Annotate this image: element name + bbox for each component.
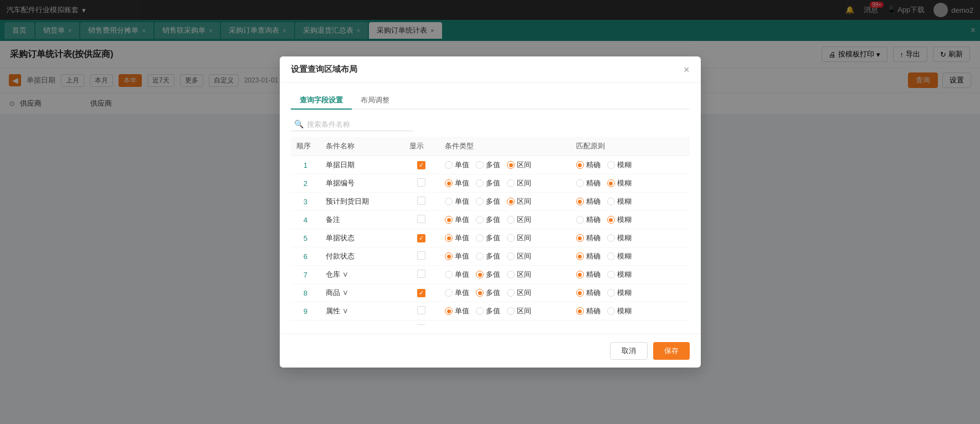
settings-dialog: 设置查询区域布局 × 查询字段设置 布局调整 🔍 顺序 [280,56,701,115]
dialog-title: 设置查询区域布局 [291,64,357,75]
dialog-tabs: 查询字段设置 布局调整 [291,92,690,110]
dialog-close-button[interactable]: × [684,65,690,75]
dialog-tab-layout[interactable]: 布局调整 [352,92,398,110]
dialog-tab-fields[interactable]: 查询字段设置 [291,92,352,110]
dialog-header: 设置查询区域布局 × [280,56,701,83]
modal-overlay: 设置查询区域布局 × 查询字段设置 布局调整 🔍 顺序 [0,0,980,115]
dialog-body: 查询字段设置 布局调整 🔍 顺序 条件名称 显示 条件类型 [280,83,701,115]
